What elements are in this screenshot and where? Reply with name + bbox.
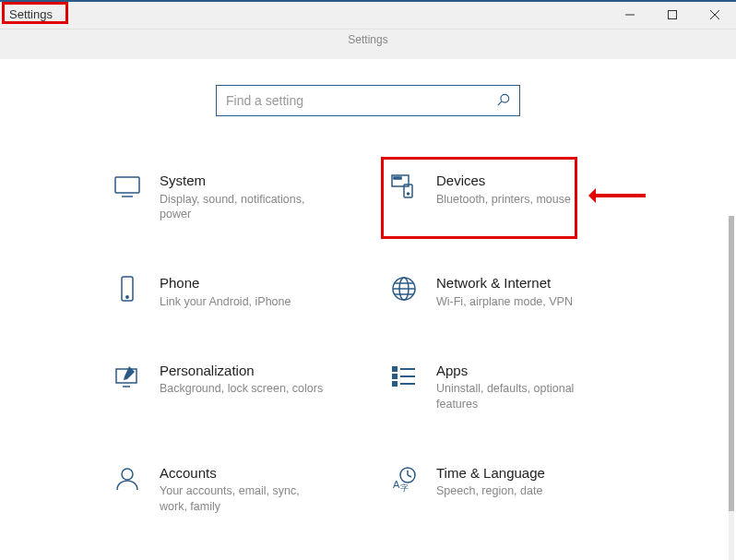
svg-point-29 <box>122 469 133 480</box>
svg-point-4 <box>501 94 509 102</box>
apps-icon <box>386 362 421 397</box>
tile-desc: Background, lock screen, colors <box>160 381 330 397</box>
system-icon <box>110 172 145 207</box>
network-icon <box>386 274 421 309</box>
search-box[interactable] <box>216 85 520 116</box>
maximize-button[interactable] <box>651 0 694 30</box>
svg-line-32 <box>408 475 411 477</box>
content-area: System Display, sound, notifications, po… <box>0 59 736 560</box>
tile-title: Phone <box>160 274 350 292</box>
tile-personalization[interactable]: Personalization Background, lock screen,… <box>110 362 350 412</box>
svg-rect-25 <box>393 375 397 378</box>
svg-rect-11 <box>399 177 401 179</box>
window-title: Settings <box>0 7 53 21</box>
svg-rect-1 <box>669 10 677 18</box>
tile-title: Time & Language <box>436 464 626 483</box>
svg-rect-27 <box>393 382 397 386</box>
svg-text:A: A <box>393 479 400 490</box>
minimize-button[interactable] <box>609 0 651 30</box>
phone-icon <box>110 274 145 309</box>
tile-desc: Uninstall, defaults, optional features <box>436 381 607 412</box>
tile-network[interactable]: Network & Internet Wi-Fi, airplane mode,… <box>386 274 626 309</box>
tile-apps[interactable]: Apps Uninstall, defaults, optional featu… <box>386 362 626 412</box>
window-top-border <box>0 0 736 2</box>
svg-rect-6 <box>115 177 139 193</box>
tile-desc: Wi-Fi, airplane mode, VPN <box>436 294 607 310</box>
tile-title: Devices <box>436 172 626 190</box>
minimize-icon <box>625 10 635 19</box>
settings-grid: System Display, sound, notifications, po… <box>110 172 626 515</box>
tile-desc: Speech, region, date <box>436 483 607 499</box>
tile-desc: Display, sound, notifications, power <box>160 192 330 223</box>
search-container <box>0 85 736 116</box>
svg-rect-23 <box>393 367 397 371</box>
accounts-icon <box>110 464 145 499</box>
tile-system[interactable]: System Display, sound, notifications, po… <box>110 172 350 222</box>
svg-rect-9 <box>394 177 396 179</box>
close-button[interactable] <box>694 0 736 30</box>
svg-text:字: 字 <box>400 483 409 493</box>
personalization-icon <box>110 362 145 397</box>
maximize-icon <box>668 10 677 19</box>
tile-accounts[interactable]: Accounts Your accounts, email, sync, wor… <box>110 464 350 515</box>
search-input[interactable] <box>226 93 497 108</box>
svg-point-15 <box>126 296 128 298</box>
tile-title: Apps <box>436 362 626 380</box>
window-controls <box>609 0 736 30</box>
tile-title: Personalization <box>160 362 350 380</box>
tile-time[interactable]: A字 Time & Language Speech, region, date <box>386 464 626 515</box>
tile-title: System <box>160 172 350 190</box>
time-language-icon: A字 <box>386 464 421 499</box>
tile-phone[interactable]: Phone Link your Android, iPhone <box>110 274 350 309</box>
page-subtitle: Settings <box>0 30 736 59</box>
tile-desc: Link your Android, iPhone <box>160 294 330 310</box>
scrollbar-thumb[interactable] <box>729 216 734 511</box>
svg-point-13 <box>408 193 410 195</box>
close-icon <box>710 10 719 19</box>
devices-icon <box>386 172 421 207</box>
search-icon <box>497 93 510 109</box>
svg-rect-10 <box>397 177 398 179</box>
tile-title: Network & Internet <box>436 274 626 292</box>
title-bar: Settings <box>0 0 736 30</box>
tile-title: Accounts <box>160 464 350 483</box>
annotation-arrow <box>590 194 646 197</box>
tile-desc: Your accounts, email, sync, work, family <box>160 483 330 515</box>
svg-line-5 <box>498 101 502 105</box>
